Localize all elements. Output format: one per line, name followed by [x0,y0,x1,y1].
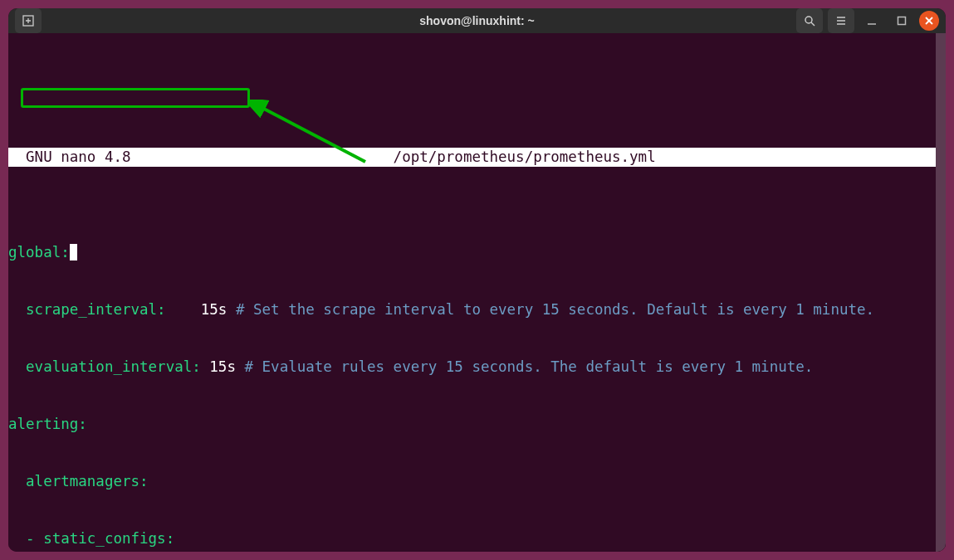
cursor [70,244,77,261]
nano-header: GNU nano 4.8 /opt/prometheus/prometheus.… [8,148,946,167]
editor-line: evaluation_interval: 15s # Evaluate rule… [8,358,946,377]
editor-line: alertmanagers: [8,472,946,491]
maximize-button[interactable] [889,16,914,26]
new-tab-button[interactable] [15,8,42,33]
svg-point-3 [805,17,812,23]
svg-line-4 [811,22,815,26]
scrollbar-thumb[interactable] [936,33,946,552]
nano-version: GNU nano 4.8 [8,149,131,165]
nano-file-path: /opt/prometheus/prometheus.yml [394,149,656,165]
editor-line: global: [8,243,946,262]
editor-line: alerting: [8,415,946,434]
close-button[interactable] [919,11,939,31]
terminal-window: shovon@linuxhint: ~ GNU nano 4.8 [8,8,946,552]
editor-line: scrape_interval: 15s # Set the scrape in… [8,300,946,319]
svg-rect-9 [898,17,906,25]
editor-line: - static_configs: [8,529,946,548]
menu-button[interactable] [828,8,854,33]
terminal-body[interactable]: GNU nano 4.8 /opt/prometheus/prometheus.… [8,33,946,552]
titlebar: shovon@linuxhint: ~ [8,8,946,33]
annotation-highlight [21,88,250,108]
minimize-button[interactable] [859,16,884,26]
search-button[interactable] [796,8,823,33]
